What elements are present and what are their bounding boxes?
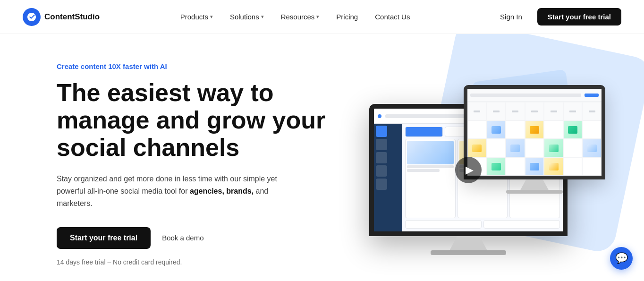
hero-subtitle: Stay organized and get more done in less… [57, 173, 293, 210]
navbar: ContentStudio Products ▾ Solutions ▾ Res… [0, 0, 644, 34]
play-icon: ▶ [466, 164, 474, 176]
chevron-down-icon: ▾ [316, 14, 319, 20]
chevron-down-icon: ▾ [261, 14, 264, 20]
hero-buttons: Start your free trial Book a demo [57, 227, 330, 249]
book-demo-link[interactable]: Book a demo [162, 234, 203, 242]
secondary-monitor [464, 85, 605, 194]
nav-actions: Sign In Start your free trial [491, 8, 621, 26]
nav-products[interactable]: Products ▾ [173, 9, 220, 25]
monitor-wrap: ▶ [369, 104, 568, 255]
nav-contact[interactable]: Contact Us [367, 9, 417, 25]
hero-section: Create content 10X faster with AI The ea… [0, 34, 644, 281]
hero-tag: Create content 10X faster with AI [57, 62, 330, 70]
nav-links: Products ▾ Solutions ▾ Resources ▾ Prici… [173, 9, 418, 25]
hero-title: The easiest way to manage and grow your … [57, 79, 330, 162]
hero-note: 14 days free trial – No credit card requ… [57, 258, 330, 266]
secondary-stand [520, 179, 549, 190]
monitor-base [431, 250, 506, 255]
chevron-down-icon: ▾ [210, 14, 213, 20]
logo-text: ContentStudio [44, 12, 100, 22]
logo[interactable]: ContentStudio [23, 8, 100, 26]
hero-trial-button[interactable]: Start your free trial [57, 227, 151, 249]
hero-content: Create content 10X faster with AI The ea… [57, 62, 330, 281]
nav-resources[interactable]: Resources ▾ [273, 9, 327, 25]
logo-icon [23, 8, 41, 26]
secondary-screen [464, 85, 605, 179]
chat-icon: 💬 [615, 252, 628, 264]
chat-bubble[interactable]: 💬 [610, 247, 633, 270]
nav-pricing[interactable]: Pricing [329, 9, 365, 25]
nav-solutions[interactable]: Solutions ▾ [222, 9, 271, 25]
hero-visual: ▶ [330, 66, 606, 281]
play-button[interactable]: ▶ [455, 157, 482, 183]
secondary-base [506, 190, 563, 194]
monitor-stand [449, 236, 487, 250]
signin-button[interactable]: Sign In [491, 9, 532, 25]
nav-trial-button[interactable]: Start your free trial [537, 8, 621, 26]
